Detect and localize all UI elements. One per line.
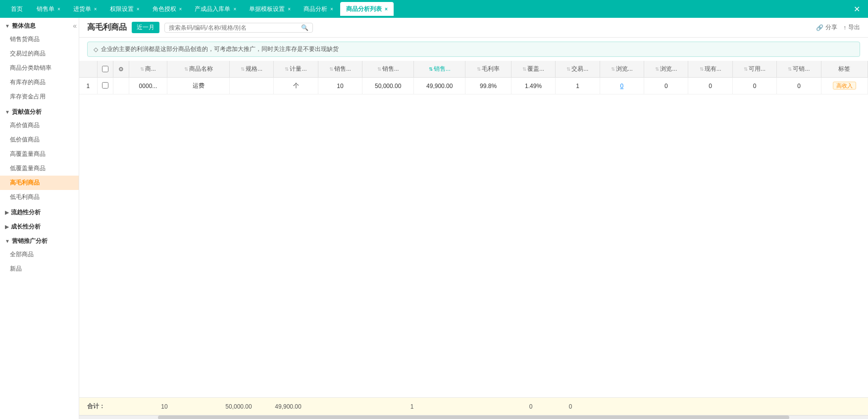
settings-icon[interactable]: ⚙	[118, 66, 124, 73]
footer-empty1	[313, 403, 353, 410]
sidebar-group-growth[interactable]: ▶ 成长性分析	[0, 219, 79, 233]
col-spec[interactable]: ⇅规格...	[229, 61, 273, 78]
close-analysis-tab[interactable]: ×	[330, 6, 333, 12]
tip-icon: ◇	[94, 46, 98, 53]
sidebar-item-analysis-rate[interactable]: 商品分类助销率	[0, 61, 79, 75]
col-margin-rate[interactable]: ⇅毛利率	[465, 61, 511, 78]
col-unit[interactable]: ⇅计量...	[274, 61, 318, 78]
export-icon: ↑	[843, 24, 846, 31]
col-current-stock[interactable]: ⇅现有...	[688, 61, 732, 78]
sidebar-group-overall[interactable]: ▼ 整体信息	[0, 18, 79, 32]
sidebar-group-trend[interactable]: ▶ 流趋性分析	[0, 204, 79, 219]
nav-tab-role[interactable]: 角色授权 ×	[147, 2, 188, 16]
arrow-down-icon-2: ▼	[5, 109, 10, 115]
sidebar-group-marketing[interactable]: ▼ 营销推广分析	[0, 233, 79, 247]
nav-home[interactable]: 首页	[4, 5, 30, 13]
close-sales-tab[interactable]: ×	[57, 6, 60, 12]
sort-icon-9: ⇅	[522, 66, 526, 72]
col-tag[interactable]: 标签	[821, 61, 868, 78]
col-browse1[interactable]: ⇅浏览...	[600, 61, 644, 78]
search-box[interactable]: 🔍	[164, 23, 313, 33]
nav-tab-analysis[interactable]: 商品分析 ×	[298, 2, 339, 16]
nav-tab-product-in[interactable]: 产成品入库单 ×	[189, 2, 242, 16]
sort-icon-7: ⇅	[429, 66, 433, 72]
nav-tab-purchase[interactable]: 进货单 ×	[67, 2, 103, 16]
sort-icon-6: ⇅	[377, 66, 381, 72]
sort-icon-8: ⇅	[477, 66, 481, 72]
nav-tab-sales[interactable]: 销售单 ×	[31, 2, 66, 16]
search-input[interactable]	[169, 24, 301, 31]
sidebar: « ▼ 整体信息 销售货商品 交易过的商品 商品分类助销率 有库存的商品 库存资…	[0, 18, 79, 419]
footer-cells: 10 50,000.00 49,900.00 1 0 0	[115, 403, 860, 410]
col-sales-profit[interactable]: ⇅销售...	[414, 61, 465, 78]
col-checkbox[interactable]	[97, 61, 113, 78]
close-purchase-tab[interactable]: ×	[94, 6, 97, 12]
close-all-tabs-btn[interactable]: ✕	[850, 4, 864, 14]
sidebar-item-stock-ratio[interactable]: 库存资金占用	[0, 90, 79, 104]
cell-spacer	[113, 78, 129, 94]
nav-tab-permission[interactable]: 权限设置 ×	[104, 2, 146, 16]
cell-sales-amount: 50,000.00	[362, 78, 414, 94]
footer-bar: 合计： 10 50,000.00 49,900.00 1 0 0	[79, 397, 868, 415]
cell-margin-rate: 99.8%	[465, 78, 511, 94]
sidebar-group-financial[interactable]: ▼ 贡献值分析	[0, 104, 79, 118]
sort-icon-3: ⇅	[241, 66, 245, 72]
sort-icon-11: ⇅	[611, 66, 615, 72]
table-container[interactable]: ⚙ ⇅商... ⇅商品名称 ⇅规格... ⇅计量... ⇅销售... ⇅销售..…	[79, 61, 868, 397]
sidebar-collapse-btn[interactable]: «	[73, 22, 77, 30]
col-settings[interactable]: ⚙	[113, 61, 129, 78]
sidebar-item-low-freq[interactable]: 低覆盖量商品	[0, 161, 79, 176]
time-filter-button[interactable]: 近一月	[132, 22, 159, 33]
sidebar-item-high-freq[interactable]: 高覆盖量商品	[0, 147, 79, 161]
content-area: 高毛利商品 近一月 🔍 🔗 分享 ↑ 导出 ◇ 企业的主要的利润都是这部分商品创…	[79, 18, 868, 419]
footer-empty2	[353, 403, 392, 410]
cell-code: 0000...	[129, 78, 167, 94]
footer-sales-amount: 50,000.00	[214, 403, 263, 410]
share-button[interactable]: 🔗 分享	[816, 23, 837, 32]
col-available[interactable]: ⇅可用...	[732, 61, 776, 78]
col-transaction[interactable]: ⇅交易...	[556, 61, 600, 78]
row-checkbox[interactable]	[102, 82, 108, 89]
col-browse2[interactable]: ⇅浏览...	[644, 61, 688, 78]
sort-icon-5: ⇅	[329, 66, 333, 72]
nav-tab-analysis-list[interactable]: 商品分析列表 ×	[340, 2, 394, 16]
col-sales-qty[interactable]: ⇅销售...	[318, 61, 362, 78]
cell-checkbox[interactable]	[97, 78, 113, 94]
sidebar-item-new-goods[interactable]: 新品	[0, 262, 79, 276]
browse1-link[interactable]: 0	[620, 83, 624, 90]
table-header-row: ⚙ ⇅商... ⇅商品名称 ⇅规格... ⇅计量... ⇅销售... ⇅销售..…	[79, 61, 868, 78]
sort-icon-4: ⇅	[285, 66, 289, 72]
horizontal-scrollbar[interactable]	[79, 415, 868, 419]
select-all-checkbox[interactable]	[102, 66, 108, 72]
sidebar-item-stock-goods[interactable]: 有库存的商品	[0, 75, 79, 90]
close-template-tab[interactable]: ×	[288, 6, 291, 12]
col-name[interactable]: ⇅商品名称	[167, 61, 229, 78]
col-saleable[interactable]: ⇅可销...	[777, 61, 821, 78]
sidebar-item-all-goods[interactable]: 全部商品	[0, 247, 79, 262]
cell-browse2: 0	[644, 78, 688, 94]
col-sales-amount[interactable]: ⇅销售...	[362, 61, 414, 78]
content-header: 高毛利商品 近一月 🔍 🔗 分享 ↑ 导出	[79, 18, 868, 38]
sidebar-item-high-value[interactable]: 高价值商品	[0, 118, 79, 133]
col-code[interactable]: ⇅商...	[129, 61, 167, 78]
cell-current-stock: 0	[688, 78, 732, 94]
sidebar-item-traded[interactable]: 交易过的商品	[0, 47, 79, 61]
export-button[interactable]: ↑ 导出	[843, 23, 860, 32]
close-role-tab[interactable]: ×	[179, 6, 182, 12]
nav-tab-template[interactable]: 单据模板设置 ×	[243, 2, 297, 16]
sidebar-item-sales-ranking[interactable]: 销售货商品	[0, 32, 79, 47]
sort-icon-2: ⇅	[184, 66, 188, 72]
sort-icon-10: ⇅	[566, 66, 570, 72]
search-icon[interactable]: 🔍	[301, 24, 308, 31]
sidebar-item-low-value[interactable]: 低价值商品	[0, 133, 79, 147]
close-permission-tab[interactable]: ×	[137, 6, 140, 12]
close-analysis-list-tab[interactable]: ×	[385, 6, 388, 12]
col-coverage[interactable]: ⇅覆盖...	[511, 61, 555, 78]
cell-browse1[interactable]: 0	[600, 78, 644, 94]
close-product-in-tab[interactable]: ×	[233, 6, 236, 12]
sidebar-item-high-margin[interactable]: 高毛利商品	[0, 176, 79, 190]
tip-bar: ◇ 企业的主要的利润都是这部分商品创造的，可考虑加大推广，同时关注库存是不要出现…	[87, 42, 860, 57]
arrow-right-icon-2: ▶	[5, 224, 9, 230]
sidebar-item-low-margin[interactable]: 低毛利商品	[0, 190, 79, 204]
cell-sales-qty: 10	[318, 78, 362, 94]
